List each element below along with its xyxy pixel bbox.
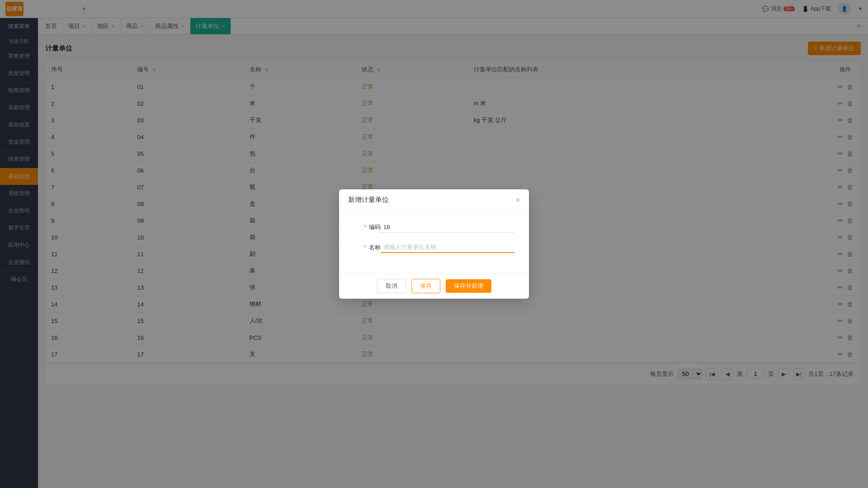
modal-header: 新增计量单位 × <box>339 189 529 211</box>
modal-overlay: 新增计量单位 × * 编码 * 名称 取消 保存 保存并新增 <box>0 0 868 488</box>
modal-box: 新增计量单位 × * 编码 * 名称 取消 保存 保存并新增 <box>339 189 529 299</box>
form-row-code: * 编码 <box>354 222 514 233</box>
modal-footer: 取消 保存 保存并新增 <box>339 273 529 299</box>
form-name-label: * 名称 <box>354 244 381 252</box>
modal-title: 新增计量单位 <box>348 196 389 204</box>
modal-close-btn[interactable]: × <box>516 197 520 204</box>
save-and-new-button[interactable]: 保存并新增 <box>446 279 491 293</box>
form-code-input[interactable] <box>381 222 514 233</box>
form-name-input[interactable] <box>381 242 514 253</box>
save-button[interactable]: 保存 <box>411 279 440 293</box>
form-code-label: * 编码 <box>354 223 381 231</box>
form-row-name: * 名称 <box>354 242 514 253</box>
modal-body: * 编码 * 名称 <box>339 211 529 273</box>
cancel-button[interactable]: 取消 <box>377 279 406 293</box>
